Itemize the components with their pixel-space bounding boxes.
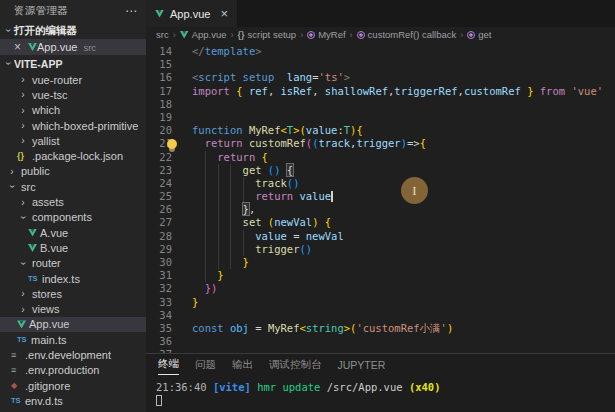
panel-tab-调试控制台[interactable]: 调试控制台	[269, 354, 322, 375]
line-content: },	[192, 203, 255, 215]
lightbulb-icon[interactable]	[167, 139, 177, 149]
line-number: 35	[146, 322, 172, 335]
tree-item-b-vue[interactable]: B.vue	[0, 240, 146, 255]
indent-guides	[205, 243, 256, 256]
code-line-28[interactable]: 28value = newVal	[146, 230, 615, 243]
bottom-panel: 终端问题输出调试控制台JUPYTER 21:36:40 [vite] hmr u…	[146, 353, 615, 412]
tree-item-label: main.ts	[31, 334, 66, 346]
code-line-26[interactable]: 26},	[146, 203, 615, 216]
code-line-14[interactable]: 14</template>	[146, 45, 615, 58]
breadcrumb-label: customRef() callback	[368, 29, 457, 40]
tree-item-vue-router[interactable]: ›vue-router	[0, 72, 146, 87]
chevron-right-icon: ›	[6, 166, 18, 177]
sidebar-title: 资源管理器	[14, 4, 68, 18]
tree-item-label: src	[21, 181, 36, 193]
tree-item-label: .package-lock.json	[32, 150, 123, 162]
panel-tab-输出[interactable]: 输出	[232, 354, 253, 375]
tree-item--env-production[interactable]: ≡.env.production	[0, 363, 146, 378]
panel-tab-JUPYTER[interactable]: JUPYTER	[338, 354, 386, 375]
git-icon: ◆	[11, 381, 22, 390]
line-number: 15	[146, 58, 172, 71]
breadcrumb-item-get[interactable]: get	[467, 29, 491, 40]
tree-item-which[interactable]: ›which	[0, 103, 146, 118]
tree-item-index-ts[interactable]: TSindex.ts	[0, 271, 146, 286]
code-line-20[interactable]: 20function MyRef<T>(value:T){	[146, 124, 615, 137]
line-content: value = newVal	[192, 230, 344, 242]
chevron-right-icon: ›	[7, 181, 18, 193]
tree-item-assets[interactable]: ›assets	[0, 194, 146, 209]
json-icon: {}	[17, 151, 29, 161]
breadcrumb-separator: ›	[173, 30, 176, 40]
chevron-right-icon: ›	[17, 304, 29, 315]
tree-item-vue-tsc[interactable]: ›vue-tsc	[0, 87, 146, 102]
project-label: VITE-APP	[14, 58, 62, 70]
tree-item-main-ts[interactable]: TSmain.ts	[0, 332, 146, 347]
project-section-header[interactable]: › VITE-APP	[0, 55, 146, 72]
code-line-33[interactable]: 33}	[146, 296, 615, 309]
code-line-17[interactable]: 17import { ref, isRef, shallowRef,trigge…	[146, 85, 615, 98]
code-line-21[interactable]: 21 return customRef((track,trigger)=>{	[146, 137, 615, 150]
breadcrumb-item-app-vue[interactable]: App.vue	[180, 29, 227, 40]
code-line-30[interactable]: 30}	[146, 256, 615, 269]
code-line-29[interactable]: 29trigger()	[146, 243, 615, 256]
code-line-19[interactable]: 19	[146, 111, 615, 124]
breadcrumb-label: script setup	[248, 29, 297, 40]
tree-item-app-vue[interactable]: App.vue	[0, 317, 146, 332]
code-line-35[interactable]: 35const obj = MyRef<string>('customRef小满…	[146, 322, 615, 335]
tree-item--env-development[interactable]: ≡.env.development	[0, 347, 146, 362]
mouse-cursor: I	[401, 177, 428, 204]
indent	[192, 282, 205, 294]
method-icon	[307, 31, 315, 39]
code-line-15[interactable]: 15	[146, 58, 615, 71]
line-number: 28	[146, 230, 172, 243]
line-number: 34	[146, 309, 172, 322]
code-line-37[interactable]: 37	[146, 348, 615, 353]
tree-item-components[interactable]: ›components	[0, 210, 146, 225]
chevron-right-icon: ›	[18, 211, 29, 223]
close-icon[interactable]: ×	[220, 6, 228, 21]
panel-tab-问题[interactable]: 问题	[195, 354, 216, 375]
code-line-27[interactable]: 27set (newVal) {	[146, 216, 615, 229]
code-editor[interactable]: 14</template>1516<script setup lang='ts'…	[146, 42, 615, 353]
code-line-25[interactable]: 25return value	[146, 190, 615, 203]
tree-item-stores[interactable]: ›stores	[0, 286, 146, 301]
vue-icon	[28, 43, 37, 51]
more-actions-icon[interactable]: ⋯	[125, 4, 138, 18]
tree-item-a-vue[interactable]: A.vue	[0, 225, 146, 240]
code-line-32[interactable]: 32 })	[146, 282, 615, 295]
tree-item-public[interactable]: ›public	[0, 164, 146, 179]
breadcrumb-item-customref-callback[interactable]: customRef() callback	[357, 29, 457, 40]
tree-item-which-boxed-primitive[interactable]: ›which-boxed-primitive	[0, 118, 146, 133]
tree-item-yallist[interactable]: ›yallist	[0, 133, 146, 148]
line-content: get () {	[192, 164, 293, 176]
tree-item-label: env.d.ts	[25, 395, 63, 407]
tree-item-router[interactable]: ›router	[0, 256, 146, 271]
file-tree: ›vue-router›vue-tsc›which›which-boxed-pr…	[0, 72, 146, 409]
open-editors-section-header[interactable]: › 打开的编辑器	[0, 22, 146, 39]
code-line-24[interactable]: 24track()	[146, 177, 615, 190]
breadcrumb-item-myref[interactable]: MyRef	[307, 29, 345, 40]
code-line-23[interactable]: 23get () {	[146, 164, 615, 177]
code-line-36[interactable]: 36	[146, 335, 615, 348]
tree-item-env-d-ts[interactable]: TSenv.d.ts	[0, 393, 146, 408]
tab-app-vue[interactable]: App.vue ×	[146, 0, 238, 27]
code-line-18[interactable]: 18	[146, 98, 615, 111]
panel-tab-终端[interactable]: 终端	[158, 354, 179, 375]
code-line-16[interactable]: 16<script setup lang='ts'>	[146, 71, 615, 84]
tree-item--gitignore[interactable]: ◆.gitignore	[0, 378, 146, 393]
breadcrumb-item-script-setup[interactable]: {}script setup	[238, 29, 297, 40]
tree-item-views[interactable]: ›views	[0, 301, 146, 316]
breadcrumb-item-src[interactable]: src	[156, 29, 169, 40]
close-icon[interactable]: ×	[14, 40, 28, 54]
breadcrumb: src›App.vue›{}script setup›MyRef›customR…	[146, 27, 615, 42]
tree-item--package-lock-json[interactable]: {}.package-lock.json	[0, 148, 146, 163]
open-editor-item[interactable]: × App.vue src	[0, 39, 146, 55]
code-line-34[interactable]: 34	[146, 309, 615, 322]
terminal[interactable]: 21:36:40 [vite] hmr update /src/App.vue …	[146, 375, 615, 408]
code-line-22[interactable]: 22return {	[146, 151, 615, 164]
tree-item-src[interactable]: ›src	[0, 179, 146, 194]
indent-guides	[205, 190, 256, 203]
line-content: }	[192, 269, 224, 281]
code-line-31[interactable]: 31}	[146, 269, 615, 282]
tree-item-label: index.ts	[42, 273, 80, 285]
